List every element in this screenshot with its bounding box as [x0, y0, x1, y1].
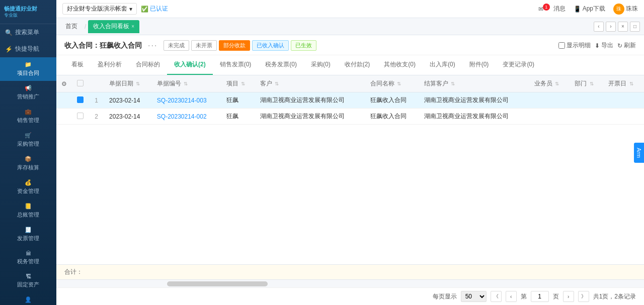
- purchase-icon: 🛒: [25, 132, 32, 139]
- message-button[interactable]: ✉ 1 消息: [538, 5, 566, 13]
- avatar-icon: 珠: [613, 4, 624, 15]
- status-effective[interactable]: 已生效: [291, 40, 316, 51]
- tab-sales-invoice[interactable]: 销售发票(0): [213, 55, 259, 75]
- page-size-select[interactable]: 20 50 100: [461, 291, 487, 302]
- sidebar-item-invoice[interactable]: 🧾 发票管理: [0, 223, 56, 246]
- active-tab[interactable]: 收入合同看板 ×: [88, 20, 139, 33]
- number-link[interactable]: SQ-20230214-002: [157, 113, 207, 120]
- sidebar-item-sales[interactable]: 💼 销售管理: [0, 105, 56, 128]
- sidebar-item-hr[interactable]: 👤 工资: [0, 292, 56, 305]
- select-all-checkbox[interactable]: [77, 80, 84, 86]
- row-checkbox[interactable]: [77, 113, 84, 119]
- th-customer[interactable]: 客户 ⇅: [255, 75, 365, 92]
- tab-attachments[interactable]: 附件(0): [462, 55, 496, 75]
- td-number[interactable]: SQ-20230214-003: [152, 92, 221, 109]
- tab-profit-analysis[interactable]: 盈利分析: [91, 55, 129, 75]
- td-department: [570, 92, 603, 109]
- status-partial-receipt[interactable]: 部分收款: [219, 40, 250, 51]
- tab-prev-button[interactable]: ‹: [594, 22, 604, 32]
- show-detail-checkbox[interactable]: 显示明细: [558, 41, 591, 50]
- tab-nav-buttons: ‹ › × □: [594, 22, 640, 32]
- tab-maximize-button[interactable]: □: [630, 22, 640, 32]
- row-checkbox[interactable]: [77, 96, 84, 103]
- status-unfinished[interactable]: 未完成: [164, 40, 189, 51]
- sidebar-item-label: 营销推广: [17, 93, 39, 100]
- sidebar-item-label: 资金管理: [17, 187, 39, 195]
- tab-inout-warehouse[interactable]: 出入库(0): [423, 55, 462, 75]
- tab-kanban[interactable]: 看板: [64, 55, 91, 75]
- td-open-date: [603, 109, 644, 125]
- show-detail-input[interactable]: [558, 42, 565, 49]
- company-selector[interactable]: 好业财专业版演示帐套 ▾: [62, 3, 137, 15]
- th-checkbox[interactable]: [72, 75, 89, 92]
- td-checkbox[interactable]: [72, 92, 89, 109]
- th-open-date[interactable]: 开票日 ⇅: [603, 75, 644, 92]
- th-department[interactable]: 部门 ⇅: [570, 75, 603, 92]
- sort-opendate-icon: ⇅: [629, 81, 633, 86]
- check-icon: ✅: [141, 6, 148, 13]
- number-link[interactable]: SQ-20230214-003: [157, 97, 207, 104]
- table-header-row: ⚙ 单据日期 ⇅ 单据编号 ⇅ 项目 ⇅ 客户 ⇅ 合同名称 ⇅ 结算客户 ⇅ …: [56, 75, 644, 92]
- page-input[interactable]: [531, 291, 549, 302]
- header-actions: 显示明细 ⬇ 导出 ↻ 刷新: [558, 41, 636, 50]
- scrollbar-thumb[interactable]: [167, 281, 268, 286]
- th-date[interactable]: 单据日期 ⇅: [104, 75, 152, 92]
- tab-change-records[interactable]: 变更记录(0): [496, 55, 541, 75]
- status-income-confirmed[interactable]: 已收入确认: [252, 40, 289, 51]
- user-avatar[interactable]: 珠 珠珠: [613, 4, 638, 15]
- tab-other-income[interactable]: 其他收支(0): [377, 55, 423, 75]
- contract-more-icon[interactable]: ···: [148, 41, 157, 50]
- sidebar-item-purchase[interactable]: 🛒 采购管理: [0, 128, 56, 152]
- tab-purchase[interactable]: 采购(0): [304, 55, 338, 75]
- td-settle-customer: 湖南卫视商业运营发展有限公司: [419, 92, 529, 109]
- sidebar-item-general-ledger[interactable]: 📒 总账管理: [0, 199, 56, 223]
- refresh-button[interactable]: ↻ 刷新: [617, 41, 636, 50]
- close-tab-icon[interactable]: ×: [131, 24, 134, 29]
- quick-nav-label: 快捷导航: [15, 45, 39, 53]
- app-logo: 畅捷通好业财 专业版: [0, 0, 56, 24]
- sidebar-item-search[interactable]: 🔍 搜索菜单: [0, 24, 56, 41]
- td-project: 狂飙: [221, 109, 255, 125]
- sidebar-item-label: 发票管理: [17, 235, 39, 242]
- topbar-right: ✉ 1 消息 📱 App下载 珠 珠珠: [538, 4, 638, 15]
- sidebar-item-funds[interactable]: 💰 资金管理: [0, 175, 56, 199]
- sidebar-item-fixed-assets[interactable]: 🏗 固定资产: [0, 269, 56, 292]
- invoice-icon: 🧾: [25, 227, 32, 233]
- tabbar: 首页 / 收入合同看板 × ‹ › × □: [56, 18, 644, 35]
- sidebar-item-project-contract[interactable]: 📁 项目合同: [0, 57, 56, 81]
- th-number[interactable]: 单据编号 ⇅: [152, 75, 221, 92]
- tab-close-button[interactable]: ×: [618, 22, 628, 32]
- sidebar: 畅捷通好业财 专业版 🔍 搜索菜单 ⚡ 快捷导航 📁 项目合同 📢 营销推广 💼…: [0, 0, 56, 305]
- td-number[interactable]: SQ-20230214-002: [152, 109, 221, 125]
- status-uninvoiced[interactable]: 未开票: [191, 40, 217, 51]
- next-page-button[interactable]: ›: [563, 291, 574, 302]
- tab-next-button[interactable]: ›: [606, 22, 616, 32]
- prev-page-button[interactable]: ‹: [506, 291, 517, 302]
- first-page-button[interactable]: 《: [491, 291, 502, 302]
- search-icon: 🔍: [5, 29, 13, 36]
- hr-icon: 👤: [25, 296, 32, 303]
- tab-contract-subject[interactable]: 合同标的: [129, 55, 167, 75]
- th-project[interactable]: 项目 ⇅: [221, 75, 255, 92]
- contract-prefix: 收入合同：: [64, 41, 100, 49]
- sidebar-item-quick-nav[interactable]: ⚡ 快捷导航: [0, 41, 56, 57]
- td-checkbox[interactable]: [72, 109, 89, 125]
- right-float-button[interactable]: Arm: [634, 142, 644, 162]
- th-contract-name[interactable]: 合同名称 ⇅: [365, 75, 419, 92]
- tab-tax-invoice[interactable]: 税务发票(0): [258, 55, 304, 75]
- home-tab[interactable]: 首页: [60, 22, 83, 31]
- tab-income-confirm[interactable]: 收入确认(2): [167, 55, 213, 75]
- app-download-button[interactable]: 📱 App下载: [574, 5, 605, 13]
- th-salesperson[interactable]: 业务员 ⇅: [529, 75, 570, 92]
- th-settings[interactable]: ⚙: [56, 75, 72, 92]
- td-contract-name: 狂飙收入合同: [365, 92, 419, 109]
- tab-payment[interactable]: 收付款(2): [338, 55, 377, 75]
- content-tabs: 看板 盈利分析 合同标的 收入确认(2) 销售发票(0) 税务发票(0) 采购(…: [56, 55, 644, 75]
- export-button[interactable]: ⬇ 导出: [595, 41, 613, 50]
- th-settle-customer[interactable]: 结算客户 ⇅: [419, 75, 529, 92]
- sidebar-item-label: 采购管理: [17, 140, 39, 148]
- sidebar-item-marketing[interactable]: 📢 营销推广: [0, 81, 56, 105]
- sidebar-item-tax[interactable]: 🏛 税务管理: [0, 246, 56, 269]
- sidebar-item-inventory[interactable]: 📦 库存核算: [0, 152, 56, 175]
- last-page-button[interactable]: 》: [578, 291, 589, 302]
